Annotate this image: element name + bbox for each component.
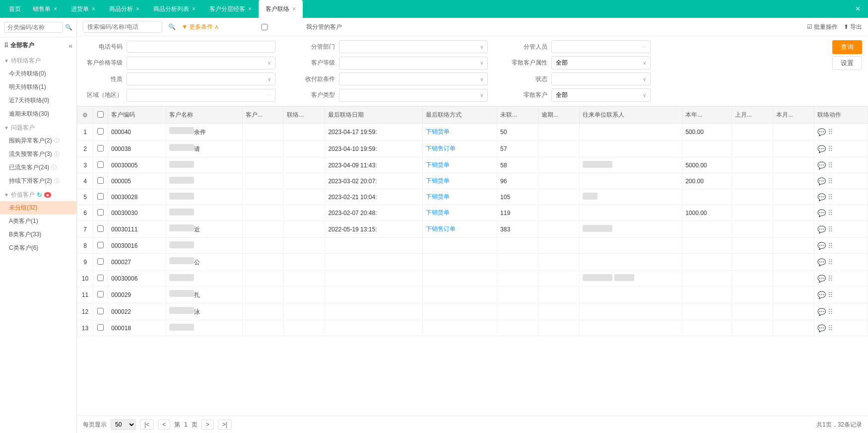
- more-actions-icon[interactable]: ⠿: [828, 324, 833, 332]
- row-checkbox-cell[interactable]: [93, 320, 108, 336]
- row-checkbox[interactable]: [97, 209, 104, 216]
- phone-input[interactable]: [127, 41, 275, 53]
- row-checkbox-cell[interactable]: [93, 141, 108, 157]
- row-checkbox[interactable]: [97, 193, 104, 200]
- close-icon[interactable]: ×: [54, 5, 57, 12]
- customer-type-select[interactable]: ∨: [339, 89, 488, 102]
- sidebar-item-today-pending[interactable]: 今天待联络(0): [0, 67, 76, 80]
- chat-icon[interactable]: 💬: [817, 161, 826, 169]
- sidebar-search-icon[interactable]: 🔍: [65, 24, 72, 31]
- last-contact-method[interactable]: 下销货单: [422, 173, 497, 189]
- more-conditions-toggle[interactable]: ▼ 更多条件 ∧: [182, 23, 219, 31]
- row-checkbox-cell[interactable]: [93, 189, 108, 205]
- batch-operation-button[interactable]: ☑ 批量操作: [807, 23, 838, 31]
- sidebar-item-abnormal[interactable]: 囤购异常客户(2) ⓘ: [0, 134, 76, 147]
- row-actions[interactable]: 💬⠿: [814, 271, 868, 287]
- th-settings[interactable]: ⚙: [77, 107, 93, 124]
- chat-icon[interactable]: 💬: [817, 193, 826, 201]
- row-checkbox-cell[interactable]: [93, 303, 108, 320]
- sidebar-item-class-b[interactable]: B类客户(33): [0, 228, 76, 241]
- more-actions-icon[interactable]: ⠿: [828, 275, 833, 283]
- close-icon[interactable]: ×: [192, 5, 196, 12]
- last-contact-method[interactable]: [422, 303, 497, 320]
- row-checkbox-cell[interactable]: [93, 205, 108, 221]
- chat-icon[interactable]: 💬: [817, 145, 826, 153]
- search-input[interactable]: [83, 21, 162, 33]
- row-checkbox[interactable]: [97, 177, 104, 184]
- row-actions[interactable]: 💬⠿: [814, 238, 868, 254]
- next-page-button[interactable]: >: [201, 420, 214, 430]
- customer-grade-select[interactable]: ∨: [339, 57, 488, 70]
- last-contact-method[interactable]: 下销货单: [422, 157, 497, 173]
- more-actions-icon[interactable]: ⠿: [828, 145, 833, 153]
- casual-customer-select[interactable]: 全部 ∨: [551, 88, 651, 102]
- close-icon[interactable]: ×: [292, 5, 296, 12]
- more-actions-icon[interactable]: ⠿: [828, 209, 833, 217]
- more-actions-icon[interactable]: ⠿: [828, 161, 833, 169]
- refresh-icon[interactable]: ↻: [37, 191, 42, 199]
- sidebar-item-overdue-pending[interactable]: 逾期未联络(30): [0, 107, 76, 121]
- row-checkbox[interactable]: [97, 161, 104, 168]
- chat-icon[interactable]: 💬: [817, 225, 826, 233]
- row-checkbox[interactable]: [97, 308, 104, 314]
- tab-sales[interactable]: 销售单 ×: [26, 0, 64, 18]
- sidebar-item-class-a[interactable]: A类客户(1): [0, 215, 76, 228]
- chat-icon[interactable]: 💬: [817, 291, 826, 299]
- value-customers-group[interactable]: ▼ 价值客户 ↻ ●: [0, 188, 76, 201]
- tab-customer-segment[interactable]: 客户分层经客 ×: [202, 0, 259, 18]
- last-contact-method[interactable]: [422, 271, 497, 287]
- close-icon[interactable]: ×: [248, 5, 252, 12]
- row-actions[interactable]: 💬⠿: [814, 287, 868, 303]
- tab-purchase[interactable]: 进货单 ×: [64, 0, 102, 18]
- row-actions[interactable]: 💬⠿: [814, 221, 868, 238]
- row-checkbox[interactable]: [97, 291, 104, 297]
- more-actions-icon[interactable]: ⠿: [828, 225, 833, 233]
- row-checkbox[interactable]: [97, 258, 104, 265]
- manager-select[interactable]: ···: [551, 40, 651, 53]
- status-select[interactable]: ∨: [551, 72, 651, 85]
- row-checkbox-cell[interactable]: [93, 173, 108, 189]
- close-icon[interactable]: ×: [136, 5, 139, 12]
- row-checkbox-cell[interactable]: [93, 124, 108, 141]
- my-customers-check[interactable]: [225, 24, 304, 30]
- th-checkbox[interactable]: [93, 107, 108, 124]
- more-actions-icon[interactable]: ⠿: [828, 308, 833, 316]
- nature-select[interactable]: ∨: [127, 72, 275, 85]
- window-close-button[interactable]: ×: [852, 4, 864, 13]
- pending-contact-group[interactable]: ▼ 待联络客户: [0, 54, 76, 67]
- row-actions[interactable]: 💬⠿: [814, 141, 868, 157]
- sidebar-item-churn-warning[interactable]: 流失预警客户(3) ⓘ: [0, 147, 76, 161]
- prev-page-button[interactable]: <: [158, 420, 170, 430]
- query-button[interactable]: 查询: [832, 40, 862, 54]
- reset-button[interactable]: 设置: [832, 56, 862, 70]
- more-actions-icon[interactable]: ⠿: [828, 242, 833, 250]
- last-contact-method[interactable]: 下销货单: [422, 205, 497, 221]
- casual-attr-select[interactable]: 全部 ∨: [551, 56, 651, 70]
- row-checkbox[interactable]: [97, 275, 104, 281]
- payment-select[interactable]: ∨: [339, 72, 488, 85]
- row-actions[interactable]: 💬⠿: [814, 124, 868, 141]
- row-actions[interactable]: 💬⠿: [814, 254, 868, 271]
- row-checkbox-cell[interactable]: [93, 271, 108, 287]
- row-actions[interactable]: 💬⠿: [814, 157, 868, 173]
- more-actions-icon[interactable]: ⠿: [828, 128, 833, 136]
- price-grade-select[interactable]: ∨: [127, 57, 275, 70]
- close-icon[interactable]: ×: [92, 5, 95, 12]
- last-contact-method[interactable]: [422, 287, 497, 303]
- dept-select[interactable]: ∨: [339, 40, 488, 53]
- last-contact-method[interactable]: [422, 238, 497, 254]
- problem-customers-group[interactable]: ▼ 问题客户: [0, 121, 76, 134]
- row-checkbox-cell[interactable]: [93, 287, 108, 303]
- chat-icon[interactable]: 💬: [817, 258, 826, 266]
- tab-product-analysis-list[interactable]: 商品分析列表 ×: [146, 0, 202, 18]
- row-checkbox-cell[interactable]: [93, 238, 108, 254]
- row-checkbox[interactable]: [97, 324, 104, 331]
- row-actions[interactable]: 💬⠿: [814, 189, 868, 205]
- last-page-button[interactable]: >|: [218, 420, 232, 430]
- row-actions[interactable]: 💬⠿: [814, 303, 868, 320]
- row-checkbox-cell[interactable]: [93, 157, 108, 173]
- chat-icon[interactable]: 💬: [817, 242, 826, 250]
- last-contact-method[interactable]: 下销货单: [422, 124, 497, 141]
- sidebar-item-7days-pending[interactable]: 近7天待联络(0): [0, 94, 76, 107]
- chat-icon[interactable]: 💬: [817, 177, 826, 185]
